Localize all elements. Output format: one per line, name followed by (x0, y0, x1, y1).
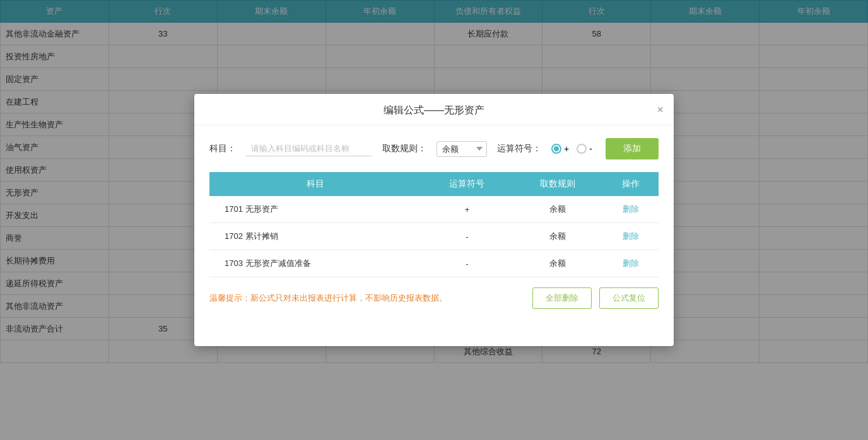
add-button[interactable]: 添加 (606, 138, 659, 159)
formula-operator-1: + (422, 196, 513, 223)
operator-radio-group: + - (551, 144, 592, 154)
delete-link-1[interactable]: 删除 (623, 204, 639, 214)
formula-rule-1: 余额 (512, 196, 603, 223)
delete-link-3[interactable]: 删除 (623, 258, 639, 268)
formula-row-1: 1701 无形资产 + 余额 删除 (209, 196, 659, 223)
formula-row-3: 1703 无形资产减值准备 - 余额 删除 (209, 250, 659, 277)
inner-col-rule: 取数规则 (512, 172, 603, 196)
formula-rule-2: 余额 (512, 223, 603, 250)
edit-formula-dialog: 编辑公式——无形资产 × 科目： 取数规则： 余额 借方 贷方 运算符号： (194, 94, 674, 346)
formula-action-2[interactable]: 删除 (603, 223, 659, 250)
dialog-header: 编辑公式——无形资产 × (194, 94, 674, 125)
formula-subject-3: 1703 无形资产减值准备 (209, 250, 422, 277)
dialog-footer: 温馨提示：新公式只对未出报表进行计算，不影响历史报表数据。 全部删除 公式复位 (194, 277, 674, 314)
formula-rule-3: 余额 (512, 250, 603, 277)
rule-select-wrap: 余额 借方 贷方 (437, 141, 487, 157)
reset-formula-button[interactable]: 公式复位 (599, 287, 659, 309)
formula-operator-2: - (422, 223, 513, 250)
subject-label: 科目： (209, 143, 236, 154)
formula-subject-2: 1702 累计摊销 (209, 223, 422, 250)
delete-all-button[interactable]: 全部删除 (532, 287, 592, 309)
formula-row-2: 1702 累计摊销 - 余额 删除 (209, 223, 659, 250)
formula-table: 科目 运算符号 取数规则 操作 1701 无形资产 + 余额 删除 1702 累… (209, 172, 659, 277)
formula-operator-3: - (422, 250, 513, 277)
inner-col-operator: 运算符号 (422, 172, 513, 196)
radio-minus-label: - (589, 144, 592, 154)
footer-btn-group: 全部删除 公式复位 (532, 287, 659, 309)
formula-subject-1: 1701 无形资产 (209, 196, 422, 223)
dialog-body: 科目： 取数规则： 余额 借方 贷方 运算符号： + (194, 125, 674, 277)
inner-col-subject: 科目 (209, 172, 422, 196)
formula-form-row: 科目： 取数规则： 余额 借方 贷方 运算符号： + (209, 138, 659, 159)
rule-select[interactable]: 余额 借方 贷方 (437, 141, 487, 157)
radio-plus[interactable]: + (551, 144, 569, 154)
formula-action-1[interactable]: 删除 (603, 196, 659, 223)
radio-plus-circle (551, 144, 561, 154)
close-icon[interactable]: × (657, 104, 664, 115)
radio-minus-circle (577, 144, 587, 154)
radio-minus[interactable]: - (577, 144, 592, 154)
subject-input[interactable] (246, 141, 372, 156)
radio-plus-label: + (564, 144, 569, 154)
inner-col-action: 操作 (603, 172, 659, 196)
operator-label: 运算符号： (497, 143, 541, 154)
dialog-title: 编辑公式——无形资产 (384, 105, 484, 115)
formula-action-3[interactable]: 删除 (603, 250, 659, 277)
modal-overlay: 编辑公式——无形资产 × 科目： 取数规则： 余额 借方 贷方 运算符号： (0, 0, 868, 440)
tip-text: 温馨提示：新公式只对未出报表进行计算，不影响历史报表数据。 (209, 292, 447, 304)
delete-link-2[interactable]: 删除 (623, 231, 639, 241)
rule-label: 取数规则： (382, 143, 426, 154)
